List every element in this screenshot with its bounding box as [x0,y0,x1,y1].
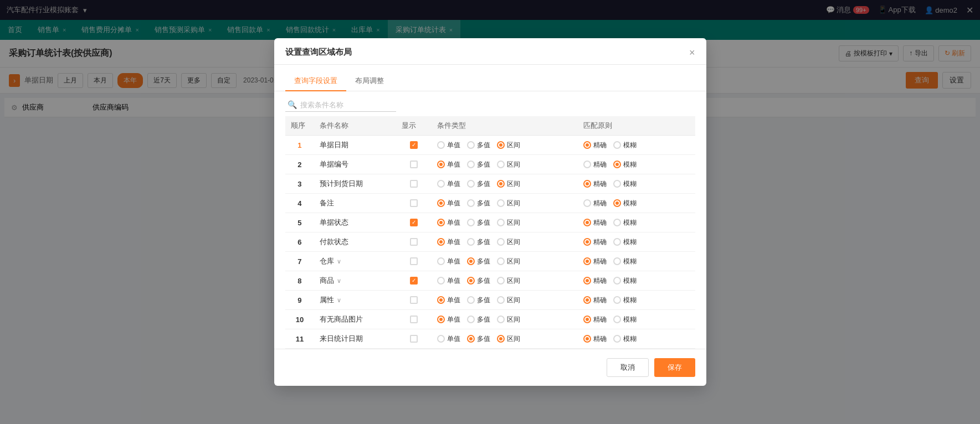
dialog-overlay: 设置查询区域布局 × 查询字段设置 布局调整 🔍 顺序 条件名称 显示 [0,0,980,122]
search-icon: 🔍 [288,100,297,109]
dialog-header: 设置查询区域布局 × [274,38,706,65]
dialog-table-wrap: 顺序 条件名称 显示 条件类型 匹配原则 1单据日期单值多值区间精确模糊2单据编… [274,116,706,122]
th-order: 顺序 [285,116,315,122]
search-input[interactable] [300,101,383,109]
dialog-title: 设置查询区域布局 [285,47,352,58]
th-name: 条件名称 [314,116,396,122]
dialog-table: 顺序 条件名称 显示 条件类型 匹配原则 1单据日期单值多值区间精确模糊2单据编… [285,116,695,122]
th-type: 条件类型 [432,116,578,122]
dialog-tab-layout[interactable]: 布局调整 [346,71,393,91]
dialog-search-area: 🔍 [274,91,706,116]
th-show: 显示 [396,116,431,122]
dialog-close-button[interactable]: × [689,48,695,58]
dialog-tab-query[interactable]: 查询字段设置 [285,71,346,91]
settings-dialog: 设置查询区域布局 × 查询字段设置 布局调整 🔍 顺序 条件名称 显示 [274,38,706,122]
th-match: 匹配原则 [578,116,695,122]
dialog-tabs: 查询字段设置 布局调整 [274,65,706,91]
search-wrap: 🔍 [285,98,396,112]
